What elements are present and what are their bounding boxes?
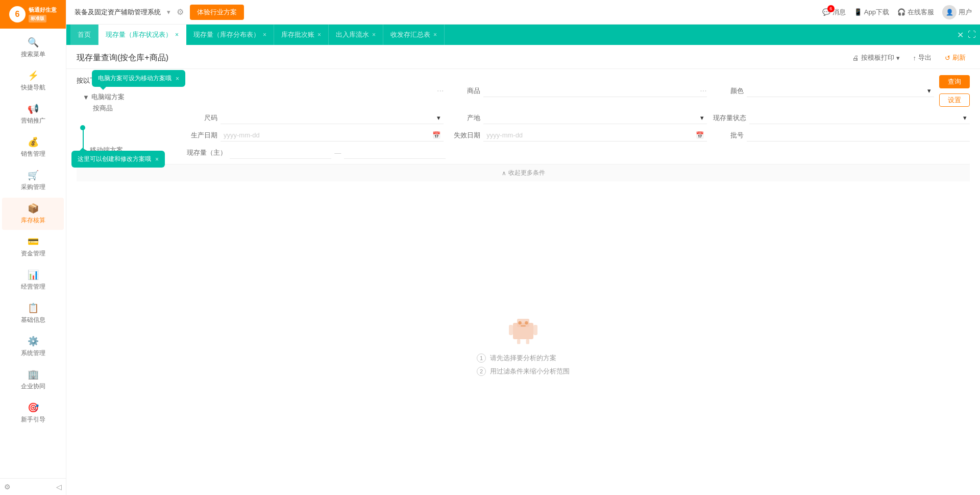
sidebar-item-quick-nav[interactable]: ⚡ 快捷导航 [2, 65, 64, 97]
online-service-label: 在线客服 [908, 8, 934, 17]
filter-field-origin: 产地 ▾ [450, 112, 706, 124]
origin-select[interactable]: ▾ [483, 112, 706, 124]
scheme-panel: 按以下方案查询 + ✎ ← 电脑方案可设为移动方案哦 [77, 75, 179, 164]
prod-date-input[interactable]: yyyy-mm-dd 📅 [220, 129, 444, 142]
filter-field-batch: 批号 [713, 129, 970, 142]
sidebar-item-label: 经营管理 [21, 282, 45, 291]
tab-batch-ledger[interactable]: 库存批次账 × [274, 25, 329, 45]
tab-collect-summary-close[interactable]: × [433, 32, 437, 38]
stock-qty-range: — [230, 147, 446, 159]
refresh-label: 刷新 [952, 53, 966, 62]
tooltip1-close-btn[interactable]: × [176, 75, 179, 82]
filter-row-2: 尺码 ▾ 产地 ▾ [187, 112, 970, 124]
scheme-item-goods[interactable]: 按商品 [83, 104, 179, 113]
online-service-item[interactable]: 🎧 在线客服 [897, 8, 934, 17]
origin-dropdown-icon: ▾ [700, 114, 704, 122]
tab-maximize-btn[interactable]: ⛶ [968, 30, 976, 39]
tab-close-all-btn[interactable]: ✕ [957, 30, 964, 40]
collapse-bar[interactable]: ∧ 收起更多条件 [77, 164, 970, 181]
sidebar-item-label: 营销推广 [21, 116, 45, 125]
print-btn[interactable]: 🖨 按模板打印 ▾ [848, 51, 904, 64]
sidebar-item-basic[interactable]: 📋 基础信息 [2, 297, 64, 329]
sidebar-item-sales[interactable]: 💰 销售管理 [2, 131, 64, 163]
print-label: 按模板打印 [861, 53, 894, 62]
tab-inventory-dist[interactable]: 现存量（库存分布表） × [186, 25, 274, 45]
tab-in-out-flow-close[interactable]: × [372, 32, 376, 38]
content-inner: 现存量查询(按仓库+商品) 🖨 按模板打印 ▾ ↑ 导出 ↺ 刷新 [66, 45, 980, 495]
tab-home-label: 首页 [78, 30, 91, 39]
prod-date-icon[interactable]: 📅 [432, 131, 440, 139]
expire-date-icon[interactable]: 📅 [696, 131, 704, 139]
sidebar-item-purchase[interactable]: 🛒 采购管理 [2, 164, 64, 197]
tab-inventory-dist-label: 现存量（库存分布表） [193, 30, 260, 39]
sidebar-collapse-btn[interactable]: ◁ [56, 483, 62, 491]
filter-dots-1[interactable]: ··· [437, 86, 444, 96]
sidebar-settings-btn[interactable]: ⚙ [4, 483, 11, 491]
notification-item[interactable]: 💬 6 消息 [822, 8, 846, 17]
export-btn[interactable]: ↑ 导出 [909, 51, 936, 64]
sidebar-item-operation[interactable]: 📊 经营管理 [2, 264, 64, 296]
export-label: 导出 [918, 53, 932, 62]
scheme-group-pc[interactable]: ▼ 电脑端方案 [83, 92, 179, 102]
sidebar-item-label: 企业协同 [21, 382, 45, 391]
filter-field-expire-date: 失效日期 yyyy-mm-dd 📅 [450, 129, 706, 142]
size-select[interactable]: ▾ [220, 112, 444, 124]
purchase-icon: 🛒 [28, 170, 39, 181]
industry-btn[interactable]: 体验行业方案 [190, 5, 244, 20]
sidebar-item-enterprise[interactable]: 🏢 企业协同 [2, 364, 64, 396]
tab-batch-ledger-label: 库存批次账 [281, 30, 314, 39]
prod-date-label: 生产日期 [187, 131, 217, 140]
sidebar-item-search[interactable]: 🔍 搜索菜单 [2, 32, 64, 64]
svg-rect-4 [521, 325, 526, 326]
user-item[interactable]: 👤 用户 [942, 5, 972, 19]
reset-btn[interactable]: 设置 [939, 93, 970, 107]
filter-row-1: ··· 商品 ··· [187, 75, 970, 107]
sidebar-item-marketing[interactable]: 📢 营销推广 [2, 98, 64, 130]
goods-input[interactable] [483, 85, 700, 97]
color-select[interactable]: ▾ [747, 85, 934, 97]
filter-field-stock-status: 现存量状态 ▾ [713, 112, 970, 124]
sidebar-item-label: 基础信息 [21, 316, 45, 324]
sidebar-item-system[interactable]: ⚙️ 系统管理 [2, 331, 64, 363]
page-header: 现存量查询(按仓库+商品) 🖨 按模板打印 ▾ ↑ 导出 ↺ 刷新 [66, 45, 980, 69]
tooltip2-text: 这里可以创建和修改方案哦 [78, 155, 151, 163]
tab-inventory-status[interactable]: 现存量（库存状况表） × [99, 25, 186, 45]
scheme-arrow: ▼ [83, 93, 89, 101]
batch-input[interactable] [747, 129, 970, 142]
tooltip2-close-btn[interactable]: × [155, 156, 159, 163]
system-icon: ⚙️ [28, 336, 39, 347]
stock-qty-to[interactable] [344, 147, 446, 159]
settings-icon[interactable]: ⚙ [177, 7, 184, 17]
header-left: 装备及固定资产辅助管理系统 ▾ ⚙ 体验行业方案 [75, 5, 244, 20]
filter-field-prod-date: 生产日期 yyyy-mm-dd 📅 [187, 129, 444, 142]
refresh-btn[interactable]: ↺ 刷新 [941, 51, 970, 64]
logo-text: 畅通好生意 [29, 6, 57, 14]
prod-date-placeholder: yyyy-mm-dd [224, 131, 260, 139]
tab-in-out-flow[interactable]: 出入库流水 × [329, 25, 383, 45]
sidebar-item-guide[interactable]: 🎯 新手引导 [2, 397, 64, 429]
tab-home[interactable]: 首页 [70, 25, 99, 45]
tab-collect-summary[interactable]: 收发存汇总表 × [383, 25, 445, 45]
tab-inventory-status-close[interactable]: × [175, 32, 179, 38]
expire-date-input[interactable]: yyyy-mm-dd 📅 [483, 129, 706, 142]
scheme-group-label: 电脑端方案 [91, 92, 125, 102]
filter-field-empty: ··· [187, 86, 444, 96]
operation-icon: 📊 [28, 269, 39, 280]
stock-status-select[interactable]: ▾ [749, 112, 970, 124]
stock-qty-from[interactable] [230, 147, 331, 159]
expire-date-label: 失效日期 [450, 131, 480, 140]
headset-icon: 🎧 [897, 8, 905, 16]
empty-step-1: 1 请先选择要分析的方案 [477, 353, 570, 363]
sidebar-item-finance[interactable]: 💳 资金管理 [2, 231, 64, 263]
sidebar-item-inventory[interactable]: 📦 库存核算 [2, 198, 64, 230]
tab-batch-ledger-close[interactable]: × [317, 32, 321, 38]
sidebar-item-label: 资金管理 [21, 249, 45, 258]
tab-inventory-dist-close[interactable]: × [263, 32, 266, 38]
app-download-item[interactable]: 📱 App下载 [854, 8, 889, 17]
query-btn[interactable]: 查询 [939, 75, 970, 88]
tab-actions: ✕ ⛶ [957, 30, 976, 40]
goods-dots[interactable]: ··· [700, 86, 706, 96]
svg-rect-8 [526, 339, 529, 344]
svg-point-2 [518, 321, 521, 324]
system-name: 装备及固定资产辅助管理系统 [75, 8, 161, 17]
